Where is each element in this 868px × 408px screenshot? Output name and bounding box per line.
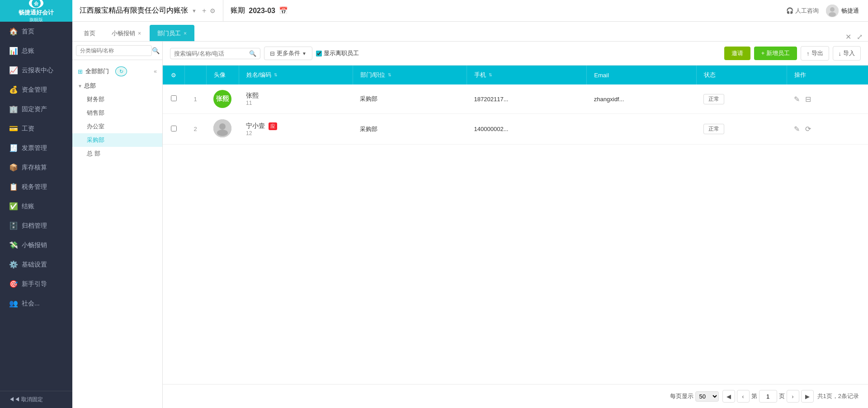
th-dept[interactable]: 部门/职位 ⇅	[353, 66, 467, 84]
dept-search-input[interactable]	[76, 45, 152, 56]
row1-edit-btn[interactable]: ✎	[794, 95, 800, 103]
next-page-btn[interactable]: ›	[787, 390, 799, 403]
main-layout: 🏠 首页 📊 总账 📈 云报表中心 💰 资金管理 🏢 固定资产 💳 工资	[0, 22, 868, 408]
expand-icon: ▼	[78, 84, 82, 89]
cancel-pin-label: ◀◀ 取消固定	[9, 396, 43, 403]
toolbar: 🔍 ⊟ 更多条件 ▼ 显示离职员工 邀请 + 新增员工	[163, 42, 868, 66]
first-page-btn[interactable]: ◀	[722, 390, 735, 403]
th-phone[interactable]: 手机 ⇅	[467, 66, 587, 84]
sidebar-item-assets[interactable]: 🏢 固定资产	[0, 99, 72, 119]
sidebar-item-settings[interactable]: ⚙️ 基础设置	[0, 255, 72, 274]
sidebar-item-ledger[interactable]: 📊 总账	[0, 41, 72, 61]
top-bar-right: 🎧 人工咨询 畅捷通	[786, 5, 868, 17]
dept-bangongshi[interactable]: 办公室	[72, 120, 162, 133]
svg-point-7	[217, 130, 228, 136]
tab-expense-close[interactable]: ×	[138, 30, 141, 37]
sidebar-bottom: ◀◀ 取消固定	[0, 391, 72, 408]
left-panel: 🔍 ⊞ 全部部门 ↻ « ▼ 总部 财	[72, 42, 163, 408]
search-input[interactable]	[174, 50, 246, 57]
svg-point-6	[219, 123, 226, 130]
tab-dept-close[interactable]: ×	[184, 30, 187, 37]
sidebar-item-home[interactable]: 🏠 首页	[0, 22, 72, 41]
add-employee-btn[interactable]: + 新增员工	[754, 47, 797, 60]
row2-select[interactable]	[163, 114, 184, 145]
export-btn[interactable]: ↑ 导出	[801, 46, 829, 61]
row1-delete-btn[interactable]: ⊟	[805, 95, 811, 103]
dept-caiwu[interactable]: 财务部	[72, 93, 162, 106]
row2-name-cell: 宁小壹 应 12	[239, 114, 353, 145]
row2-refresh-btn[interactable]: ⟳	[805, 125, 811, 133]
import-btn[interactable]: ↓ 导入	[833, 46, 861, 61]
settings-icon[interactable]: ⚙	[210, 7, 216, 14]
show-resigned-wrap[interactable]: 显示离职员工	[316, 49, 359, 57]
add-icon[interactable]: +	[202, 7, 206, 15]
sidebar-item-payroll[interactable]: 💳 工资	[0, 119, 72, 138]
collapse-btn[interactable]: «	[154, 68, 157, 75]
service-label: 人工咨询	[795, 7, 819, 15]
th-name[interactable]: 姓名/编码 ⇅	[239, 66, 353, 84]
sidebar-item-reports[interactable]: 📈 云报表中心	[0, 61, 72, 80]
dept-name-zongbu2: 总 部	[87, 150, 100, 158]
sidebar: 🏠 首页 📊 总账 📈 云报表中心 💰 资金管理 🏢 固定资产 💳 工资	[0, 22, 72, 408]
sidebar-item-close[interactable]: ✅ 结账	[0, 197, 72, 216]
tab-close-icon[interactable]: ✕	[844, 33, 853, 41]
prev-page-btn[interactable]: ‹	[737, 390, 750, 403]
company-selector[interactable]: 江西服宝精品有限责任公司内账张 ▼ + ⚙	[72, 0, 223, 21]
page-nav: ◀ ‹ 第 页 › ▶	[722, 390, 814, 403]
page-label: 第	[751, 392, 757, 400]
page-size-select: 每页显示 50 20 100	[670, 391, 719, 402]
sidebar-item-guide[interactable]: 🎯 新手引导	[0, 274, 72, 294]
sidebar-label-inventory: 库存核算	[22, 164, 47, 172]
sidebar-item-expense[interactable]: 💸 小畅报销	[0, 235, 72, 255]
user-name: 畅捷通	[841, 7, 859, 15]
tab-expense[interactable]: 小畅报销 ×	[104, 25, 149, 41]
tab-home[interactable]: 首页	[76, 25, 103, 41]
sidebar-item-more[interactable]: 👥 社会...	[0, 294, 72, 313]
service-btn[interactable]: 🎧 人工咨询	[786, 7, 819, 15]
dept-search-icon[interactable]: 🔍	[152, 47, 160, 54]
tab-expand-icon[interactable]: ⤢	[855, 33, 864, 41]
row2-email	[587, 114, 696, 145]
dept-caigou[interactable]: 采购部	[72, 133, 162, 147]
period-value: 2023-03	[249, 7, 275, 15]
employee-table: ⚙ 头像 姓名/编码 ⇅	[163, 66, 868, 145]
th-num	[184, 66, 206, 84]
calendar-icon[interactable]: 📅	[279, 6, 288, 15]
row1-select[interactable]	[163, 84, 184, 114]
dept-parent-zongbu[interactable]: ▼ 总部	[72, 79, 162, 93]
dept-xiaoshou[interactable]: 销售部	[72, 106, 162, 120]
sidebar-label-guide: 新手引导	[22, 280, 47, 288]
dept-zongbu2[interactable]: 总 部	[72, 147, 162, 160]
per-page-dropdown[interactable]: 50 20 100	[695, 391, 719, 402]
show-resigned-checkbox[interactable]	[316, 51, 322, 56]
row2-checkbox[interactable]	[171, 126, 177, 131]
dropdown-icon[interactable]: ▼	[192, 8, 197, 14]
page-input[interactable]	[759, 390, 777, 403]
sidebar-item-invoice[interactable]: 🧾 发票管理	[0, 138, 72, 158]
tab-dept[interactable]: 部门员工 ×	[150, 25, 194, 41]
invite-btn[interactable]: 邀请	[724, 47, 750, 60]
filter-label: 更多条件	[277, 49, 300, 57]
refresh-btn[interactable]: ↻	[115, 66, 127, 76]
th-settings[interactable]: ⚙	[163, 66, 184, 84]
row2-status-badge: 正常	[703, 124, 724, 134]
sidebar-item-tax[interactable]: 📋 税务管理	[0, 177, 72, 197]
user-menu[interactable]: 畅捷通	[826, 5, 859, 17]
last-page-btn[interactable]: ▶	[801, 390, 814, 403]
close-accounts-icon: ✅	[9, 202, 18, 211]
row2-avatar-cell	[206, 114, 239, 145]
all-dept-item[interactable]: ⊞ 全部部门 ↻ «	[72, 64, 162, 79]
cancel-pin-btn[interactable]: ◀◀ 取消固定	[0, 391, 72, 408]
sidebar-item-funds[interactable]: 💰 资金管理	[0, 80, 72, 99]
row1-code: 11	[246, 100, 345, 106]
row2-edit-btn[interactable]: ✎	[794, 125, 800, 133]
sidebar-item-archive[interactable]: 🗄️ 归档管理	[0, 216, 72, 235]
sort-name-icon: ⇅	[274, 73, 278, 77]
row2-code: 12	[246, 130, 345, 136]
row2-phone: 140000002...	[467, 114, 587, 145]
row1-checkbox[interactable]	[171, 95, 177, 101]
import-label: 导入	[843, 49, 855, 57]
row2-num: 2	[184, 114, 206, 145]
sidebar-item-inventory[interactable]: 📦 库存核算	[0, 158, 72, 177]
filter-btn[interactable]: ⊟ 更多条件 ▼	[264, 47, 312, 60]
